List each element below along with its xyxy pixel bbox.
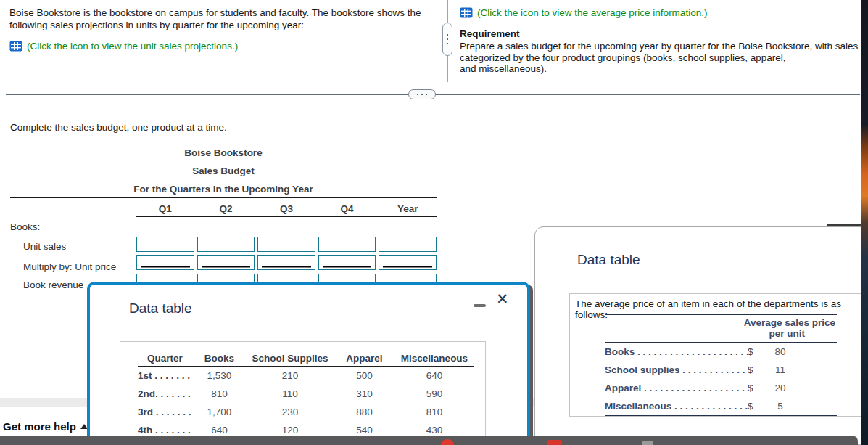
get-more-help-label: Get more help	[3, 420, 76, 433]
unit-sales-table: Quarter Books School Supplies Apparel Mi…	[138, 351, 474, 440]
requirement-line: categorized by the four product grouping…	[460, 52, 860, 64]
table-icon[interactable]	[460, 7, 473, 18]
col-school-supplies: School Supplies	[247, 353, 334, 364]
requirement-title: Requirement	[460, 28, 860, 40]
price-header-line2: per unit	[605, 328, 835, 339]
desktop-wallpaper-edge	[861, 0, 868, 445]
requirement-line: and miscellaneous).	[460, 63, 860, 75]
currency-symbol: $	[748, 383, 762, 393]
col-header-q2: Q2	[197, 203, 255, 214]
window-edge-shadow	[827, 224, 862, 226]
cell-value: 540	[334, 425, 395, 436]
unit-price-q1-input[interactable]	[136, 255, 194, 270]
unit-price-q2-input[interactable]	[197, 255, 255, 270]
col-miscellaneous: Miscellaneous	[395, 353, 474, 364]
requirement-line: Prepare a sales budget for the upcoming …	[460, 41, 860, 52]
average-price-link-row[interactable]: (Click the icon to view the average pric…	[460, 7, 860, 19]
col-apparel: Apparel	[334, 353, 395, 364]
row-label-unit-sales: Unit sales	[23, 241, 66, 252]
unit-sales-projections-link-row[interactable]: (Click the icon to view the unit sales p…	[9, 40, 430, 52]
table-row: 2nd. . . . . . . 810 110 310 590	[138, 385, 474, 403]
table-row: 1st . . . . . . . 1,530 210 500 640	[138, 367, 474, 385]
get-more-help-button[interactable]: Get more help	[3, 420, 88, 433]
price-label: Miscellaneous . . . . . . . . . . . . . …	[605, 401, 748, 412]
unit-price-input-row	[136, 255, 437, 270]
unit-price-q3-input[interactable]	[257, 255, 315, 270]
question-right-pane: (Click the icon to view the average pric…	[460, 7, 860, 75]
sales-budget-worksheet: Boise Bookstore Sales Budget For the Qua…	[10, 142, 437, 298]
col-quarter: Quarter	[138, 353, 192, 364]
question-intro: Boise Bookstore is the bookstore on camp…	[9, 7, 430, 31]
budget-rule-top	[10, 197, 437, 198]
price-row-books: Books . . . . . . . . . . . . . . . . . …	[605, 343, 837, 361]
price-value: 11	[762, 364, 798, 375]
price-panel-title: Data table	[577, 252, 640, 268]
cell-value: 210	[247, 370, 334, 381]
books-section-label: Books:	[10, 221, 40, 232]
cell-value: 110	[247, 388, 334, 399]
table-icon[interactable]	[9, 41, 22, 52]
col-books: Books	[192, 353, 247, 364]
cell-value: 880	[334, 407, 395, 417]
cell-value: 1,700	[192, 407, 247, 417]
close-icon[interactable]: ✕	[496, 290, 509, 308]
table-row: 3rd . . . . . . . 1,700 230 880 810	[138, 403, 474, 421]
unit-sales-q2-input[interactable]	[197, 237, 255, 252]
pane-resize-handle[interactable]	[442, 23, 452, 56]
budget-column-headers: Q1 Q2 Q3 Q4 Year	[136, 203, 437, 214]
price-table-header: Average sales price per unit	[605, 315, 837, 342]
table-header-row: Quarter Books School Supplies Apparel Mi…	[138, 351, 474, 366]
budget-title-period: For the Quarters in the Upcoming Year	[10, 184, 437, 195]
drag-dots-icon	[447, 38, 448, 40]
ellipsis-icon	[421, 94, 423, 95]
cell-value: 230	[247, 407, 334, 417]
cell-value: 120	[247, 425, 334, 436]
price-value: 20	[762, 383, 798, 393]
unit-sales-q3-input[interactable]	[257, 237, 315, 252]
currency-symbol: $	[748, 346, 762, 357]
col-header-q1: Q1	[136, 203, 194, 214]
budget-rule-header	[136, 216, 437, 217]
cell-value: 430	[395, 425, 474, 436]
section-expander-button[interactable]	[408, 89, 436, 99]
unit-sales-data-table-dialog: Data table ✕ Quarter Books School Suppli…	[87, 282, 530, 445]
price-row-school-supplies: School supplies . . . . . . . . . . . . …	[605, 361, 837, 379]
price-row-miscellaneous: Miscellaneous . . . . . . . . . . . . . …	[605, 397, 837, 415]
dialog-title: Data table	[129, 301, 192, 317]
row-label: 2nd. . . . . . .	[138, 388, 192, 399]
row-label-unit-price: Multiply by: Unit price	[23, 261, 116, 272]
average-price-link[interactable]: (Click the icon to view the average pric…	[477, 7, 707, 19]
price-table: Average sales price per unit Books . . .…	[605, 314, 837, 416]
dock-icon-gray	[642, 441, 653, 445]
unit-sales-projections-link[interactable]: (Click the icon to view the unit sales p…	[27, 40, 238, 52]
unit-sales-q4-input[interactable]	[318, 237, 376, 252]
currency-symbol: $	[748, 364, 762, 375]
row-label: 4th . . . . . . .	[138, 425, 192, 436]
price-row-apparel: Apparel . . . . . . . . . . . . . . . . …	[605, 379, 837, 397]
average-price-data-table-panel: Data table The average price of an item …	[534, 226, 868, 445]
price-value: 80	[762, 346, 798, 357]
price-label: School supplies . . . . . . . . . . . . …	[605, 364, 748, 375]
col-header-q4: Q4	[318, 203, 376, 214]
cell-value: 640	[192, 425, 247, 436]
question-left-pane: Boise Bookstore is the bookstore on camp…	[9, 7, 430, 52]
unit-sales-year-input[interactable]	[379, 237, 437, 252]
cell-value: 810	[395, 407, 474, 417]
dock-icon-red-square	[547, 440, 562, 445]
unit-sales-q1-input[interactable]	[136, 237, 194, 252]
col-header-year: Year	[379, 203, 437, 214]
unit-sales-input-row	[136, 237, 437, 252]
price-table-box: The average price of an item in each of …	[569, 293, 868, 417]
cell-value: 500	[334, 370, 395, 381]
unit-price-year-input[interactable]	[379, 255, 437, 270]
price-label: Apparel . . . . . . . . . . . . . . . . …	[605, 383, 748, 393]
minimize-button[interactable]	[474, 304, 486, 307]
cell-value: 1,530	[192, 370, 247, 381]
budget-title-statement: Sales Budget	[10, 166, 437, 176]
dock-bar	[0, 436, 858, 445]
row-label: 3rd . . . . . . .	[138, 407, 192, 417]
col-header-q3: Q3	[257, 203, 315, 214]
unit-price-q4-input[interactable]	[318, 255, 376, 270]
price-value: 5	[762, 401, 798, 412]
currency-symbol: $	[748, 401, 762, 412]
